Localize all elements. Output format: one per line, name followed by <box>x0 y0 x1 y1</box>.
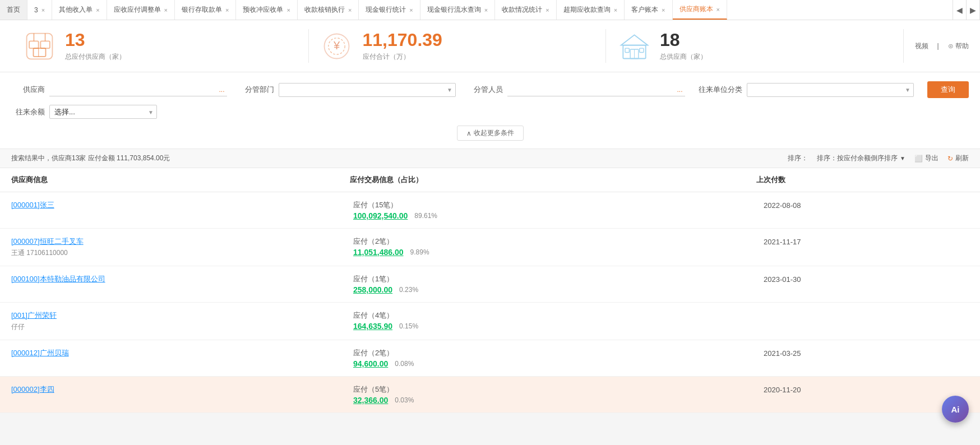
trans-label-2: 应付（1笔） <box>353 274 394 284</box>
nav-tab-customer-ledger-label: 客户账本 <box>631 5 658 15</box>
category-dropdown-wrap: ▼ <box>747 83 914 97</box>
trans-percent-5: 0.03% <box>395 396 414 404</box>
close-icon[interactable]: × <box>286 7 290 13</box>
nav-tab-ar-ap-adjust[interactable]: 应收应付调整单 × <box>107 0 175 20</box>
nav-tab-receipt-stat-label: 收款情况统计 <box>502 5 542 15</box>
transaction-info-3: 应付（4笔） 164,635.90 0.15% <box>353 310 764 331</box>
close-icon[interactable]: × <box>546 7 549 13</box>
header-actions: 视频 | ⊙ 帮助 <box>904 41 969 51</box>
trans-amount-line-4: 94,600.00 0.08% <box>353 359 764 368</box>
video-link[interactable]: 视频 <box>915 41 928 51</box>
trans-amount-line-3: 164,635.90 0.15% <box>353 322 764 331</box>
person-input[interactable] <box>507 83 685 96</box>
svg-rect-13 <box>625 48 629 52</box>
nav-tab-customer-ledger[interactable]: 客户账本 × <box>625 0 672 20</box>
stat-card-payable-suppliers: 13 总应付供应商（家） <box>11 29 309 63</box>
close-icon[interactable]: × <box>348 7 352 13</box>
supplier-link-4[interactable]: [000012]广州贝瑞 <box>11 349 69 357</box>
supplier-input[interactable] <box>49 83 227 96</box>
trans-amount-1[interactable]: 11,051,486.00 <box>353 248 404 257</box>
nav-tab-home[interactable]: 首页 <box>0 0 27 20</box>
balance-label: 往来余额 <box>11 107 45 117</box>
nav-tab-prepay-ar-label: 预收冲应收单 <box>243 5 283 15</box>
help-link[interactable]: ⊙ 帮助 <box>948 41 969 51</box>
nav-tab-cash-bank-query[interactable]: 现金银行流水查询 × <box>420 0 495 20</box>
close-icon[interactable]: × <box>662 7 665 13</box>
ai-button-container: Ai <box>942 396 969 413</box>
trans-line1-2: 应付（1笔） <box>353 274 764 284</box>
nav-tab-cash-bank-stat[interactable]: 现金银行统计 × <box>359 0 420 20</box>
nav-tab-supplier-ledger-label: 供应商账本 <box>679 4 713 14</box>
trans-percent-1: 9.89% <box>410 248 429 256</box>
stat-icon-payable: ¥ <box>320 29 354 63</box>
transaction-info-1: 应付（2笔） 11,051,486.00 9.89% <box>353 237 764 257</box>
trans-amount-2[interactable]: 258,000.00 <box>353 285 392 294</box>
circle-icon: ⊙ <box>948 42 954 50</box>
trans-amount-0[interactable]: 100,092,540.00 <box>353 211 408 220</box>
nav-tab-prepay-ar[interactable]: 预收冲应收单 × <box>236 0 297 20</box>
nav-tab-bank-deposit[interactable]: 银行存取款单 × <box>175 0 236 20</box>
supplier-info-2: [000100]本特勒油品有限公司 <box>11 274 353 284</box>
sort-select[interactable]: 排序：按应付余额倒序排序 ▼ <box>817 154 905 163</box>
nav-tab-receipt-verify[interactable]: 收款核销执行 × <box>298 0 359 20</box>
trans-percent-0: 89.61% <box>414 212 437 220</box>
svg-text:¥: ¥ <box>333 39 340 52</box>
nav-tab-3[interactable]: 3 × <box>27 0 52 20</box>
supplier-picker-icon[interactable]: ... <box>219 86 224 94</box>
nav-tab-overdue-ar-label: 超期应收款查询 <box>563 5 611 15</box>
supplier-field: 供应商 ... <box>11 83 227 96</box>
refresh-button[interactable]: ↻ 刷新 <box>947 154 969 163</box>
dept-select[interactable] <box>279 83 456 97</box>
trans-amount-line-0: 100,092,540.00 89.61% <box>353 211 764 220</box>
svg-rect-5 <box>33 48 45 57</box>
results-actions: 排序： 排序：按应付余额倒序排序 ▼ ⬜ 导出 ↻ 刷新 <box>788 154 969 163</box>
supplier-link-5[interactable]: [000002]李四 <box>11 385 54 393</box>
data-table: 供应商信息 应付交易信息（占比） 上次付数 [000001]张三 应付（15笔）… <box>0 168 980 413</box>
trans-amount-line-5: 32,366.00 0.03% <box>353 396 764 405</box>
close-icon[interactable]: × <box>614 7 617 13</box>
collapse-button[interactable]: ∧ 收起更多条件 <box>457 126 524 141</box>
nav-tab-other-income[interactable]: 其他收入单 × <box>52 0 107 20</box>
stat-label-payable-suppliers: 总应付供应商（家） <box>65 52 126 62</box>
close-icon[interactable]: × <box>164 7 168 13</box>
close-icon[interactable]: × <box>716 6 720 13</box>
close-icon[interactable]: × <box>225 7 229 13</box>
nav-tab-cash-bank-query-label: 现金银行流水查询 <box>427 5 481 15</box>
trans-amount-5[interactable]: 32,366.00 <box>353 396 388 405</box>
close-icon[interactable]: × <box>409 7 413 13</box>
supplier-link-2[interactable]: [000100]本特勒油品有限公司 <box>11 275 105 283</box>
stat-card-total-payable: ¥ 11,170.39 应付合计（万） <box>309 29 607 63</box>
supplier-contact-3: 仔仔 <box>11 322 353 332</box>
col-header-supplier: 供应商信息 <box>11 175 350 185</box>
nav-tab-overdue-ar[interactable]: 超期应收款查询 × <box>557 0 625 20</box>
nav-tab-receipt-stat[interactable]: 收款情况统计 × <box>495 0 556 20</box>
trans-percent-3: 0.15% <box>399 322 418 330</box>
balance-select[interactable]: 选择... <box>49 105 157 119</box>
export-label: 导出 <box>925 154 939 163</box>
help-label: 帮助 <box>955 42 969 50</box>
category-select[interactable] <box>747 83 914 97</box>
supplier-link-1[interactable]: [000007]恒旺二手叉车 <box>11 237 84 245</box>
person-picker-icon[interactable]: ... <box>677 86 682 94</box>
trans-amount-4[interactable]: 94,600.00 <box>353 359 388 368</box>
supplier-link-0[interactable]: [000001]张三 <box>11 201 54 209</box>
nav-tab-supplier-ledger[interactable]: 供应商账本 × <box>673 0 727 20</box>
trans-line1-0: 应付（15笔） <box>353 200 764 210</box>
table-body: [000001]张三 应付（15笔） 100,092,540.00 89.61%… <box>0 192 980 413</box>
close-icon[interactable]: × <box>41 7 45 13</box>
close-icon[interactable]: × <box>484 7 488 13</box>
transaction-info-2: 应付（1笔） 258,000.00 0.23% <box>353 274 764 294</box>
dept-label: 分管部门 <box>241 85 274 95</box>
nav-scroll-left[interactable]: ◀ <box>953 0 967 20</box>
trans-amount-line-2: 258,000.00 0.23% <box>353 285 764 294</box>
dept-dropdown-wrap: ▼ <box>279 83 456 97</box>
nav-scroll-right[interactable]: ▶ <box>967 0 980 20</box>
trans-amount-3[interactable]: 164,635.90 <box>353 322 392 331</box>
person-field: 分管人员 ... <box>469 83 685 96</box>
export-button[interactable]: ⬜ 导出 <box>914 154 939 163</box>
supplier-info-1: [000007]恒旺二手叉车 王通 17106110000 <box>11 237 353 258</box>
close-icon[interactable]: × <box>96 7 99 13</box>
supplier-link-3[interactable]: [001]广州荣轩 <box>11 311 57 319</box>
search-button[interactable]: 查询 <box>927 81 969 98</box>
ai-button[interactable]: Ai <box>942 396 969 413</box>
